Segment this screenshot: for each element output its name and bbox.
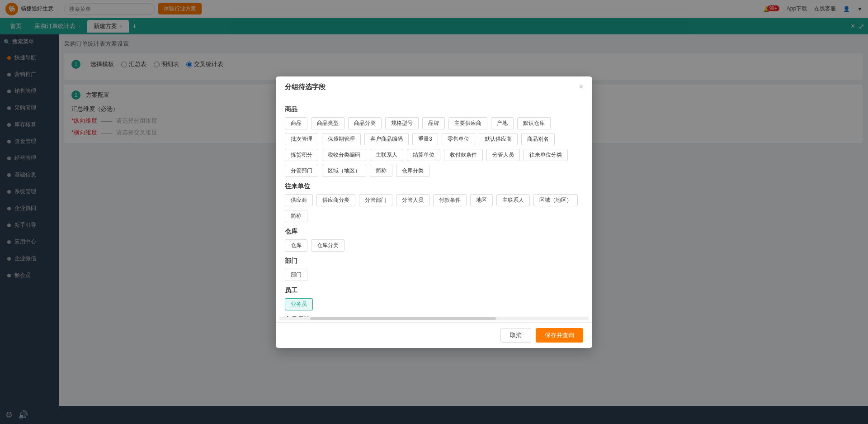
field-tag-往来单位分类[interactable]: 往来单位分类 (524, 149, 568, 161)
field-tag-默认仓库[interactable]: 默认仓库 (517, 117, 551, 129)
field-tags-员工: 业务员 (285, 298, 583, 310)
field-tags-仓库: 仓库仓库分类 (285, 239, 583, 252)
field-tag-仓库分类[interactable]: 仓库分类 (311, 239, 344, 252)
modal-overlay: 分组待选字段 × 商品商品商品类型商品分类规格型号品牌主要供应商产地默认仓库批次… (0, 0, 868, 424)
field-tag-仓库[interactable]: 仓库 (285, 239, 307, 252)
field-tag-拣货积分[interactable]: 拣货积分 (285, 149, 318, 161)
dialog-footer: 取消 保存并查询 (276, 322, 592, 348)
field-tag-仓库分类[interactable]: 仓库分类 (396, 165, 429, 177)
section-title-员工: 员工 (285, 286, 583, 295)
dialog-hscroll-thumb (310, 317, 495, 320)
field-tag-重量3[interactable]: 重量3 (412, 133, 438, 145)
field-tags-往来单位: 供应商供应商分类分管部门分管人员付款条件地区主联系人区域（地区）简称 (285, 194, 583, 222)
field-tag-规格型号[interactable]: 规格型号 (385, 117, 419, 129)
field-tag-部门[interactable]: 部门 (285, 269, 307, 281)
field-tag-地区[interactable]: 地区 (470, 194, 493, 206)
section-title-往来单位: 往来单位 (285, 182, 583, 191)
field-tag-业务员[interactable]: 业务员 (285, 298, 313, 310)
field-tag-付款条件[interactable]: 付款条件 (433, 194, 467, 206)
field-tag-简称[interactable]: 简称 (370, 165, 392, 177)
field-tag-分管部门[interactable]: 分管部门 (285, 165, 318, 177)
field-tag-分管人员[interactable]: 分管人员 (396, 194, 429, 206)
field-tag-品牌[interactable]: 品牌 (422, 117, 445, 129)
field-tag-客户商品编码[interactable]: 客户商品编码 (364, 133, 409, 145)
field-tag-收付款条件[interactable]: 收付款条件 (444, 149, 483, 161)
field-tag-主联系人[interactable]: 主联系人 (496, 194, 530, 206)
field-tag-零售单位[interactable]: 零售单位 (442, 133, 475, 145)
cancel-btn[interactable]: 取消 (500, 328, 531, 343)
section-title-商品: 商品 (285, 105, 583, 114)
field-tag-商品类型[interactable]: 商品类型 (311, 117, 344, 129)
field-tag-主联系人[interactable]: 主联系人 (370, 149, 403, 161)
field-tag-商品别名[interactable]: 商品别名 (521, 133, 555, 145)
field-tag-保质期管理[interactable]: 保质期管理 (322, 133, 361, 145)
field-tag-默认供应商[interactable]: 默认供应商 (479, 133, 518, 145)
dialog-title: 分组待选字段 (285, 83, 326, 91)
field-tag-商品分类[interactable]: 商品分类 (348, 117, 382, 129)
dialog-hscroll[interactable] (279, 317, 589, 320)
field-tag-分管部门[interactable]: 分管部门 (359, 194, 392, 206)
field-tag-供应商[interactable]: 供应商 (285, 194, 313, 206)
field-tag-供应商分类[interactable]: 供应商分类 (316, 194, 355, 206)
field-tag-批次管理[interactable]: 批次管理 (285, 133, 318, 145)
field-tag-结算单位[interactable]: 结算单位 (407, 149, 440, 161)
field-tags-商品: 商品商品类型商品分类规格型号品牌主要供应商产地默认仓库批次管理保质期管理客户商品… (285, 117, 583, 177)
dialog-header: 分组待选字段 × (276, 76, 592, 98)
field-tag-主要供应商[interactable]: 主要供应商 (448, 117, 487, 129)
field-tag-产地[interactable]: 产地 (491, 117, 514, 129)
field-tag-分管人员[interactable]: 分管人员 (486, 149, 520, 161)
section-title-部门: 部门 (285, 257, 583, 265)
section-title-仓库: 仓库 (285, 228, 583, 236)
dialog-close-btn[interactable]: × (579, 83, 583, 91)
field-tag-区域（地区）[interactable]: 区域（地区） (322, 165, 366, 177)
field-select-dialog: 分组待选字段 × 商品商品商品类型商品分类规格型号品牌主要供应商产地默认仓库批次… (276, 76, 592, 348)
field-tag-商品[interactable]: 商品 (285, 117, 307, 129)
dialog-body: 商品商品商品类型商品分类规格型号品牌主要供应商产地默认仓库批次管理保质期管理客户… (276, 98, 592, 317)
field-tag-区域（地区）[interactable]: 区域（地区） (533, 194, 578, 206)
field-tag-税收分类编码[interactable]: 税收分类编码 (322, 149, 366, 161)
field-tag-简称[interactable]: 简称 (285, 210, 307, 222)
field-tags-部门: 部门 (285, 269, 583, 281)
dialog-hscroll-area (276, 317, 592, 322)
confirm-btn[interactable]: 保存并查询 (536, 328, 583, 343)
